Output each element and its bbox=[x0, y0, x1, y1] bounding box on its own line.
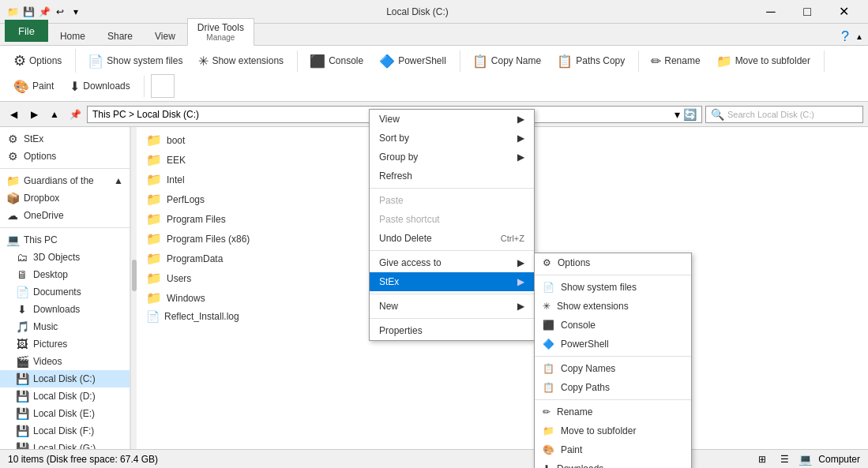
title-bar-icons: 📁 💾 📌 ↩ ▾ bbox=[6, 6, 82, 18]
ctx-new[interactable]: New ▶ bbox=[370, 297, 534, 316]
system-group: 📄 Show system files ✳ Show extensions bbox=[81, 51, 298, 72]
stex-group: ⚙ Options bbox=[6, 49, 76, 73]
sidebar-item-pictures[interactable]: 🖼 Pictures bbox=[0, 335, 130, 353]
sidebar-item-localc[interactable]: 💾 Local Disk (C:) bbox=[0, 370, 130, 388]
sidebar-item-guardians[interactable]: 📁 Guardians of the ▲ bbox=[0, 172, 130, 189]
address-dropdown[interactable]: ▾ bbox=[674, 108, 680, 121]
tab-file[interactable]: File bbox=[5, 20, 48, 42]
ctx-inner-show-extensions[interactable]: ✳ Show extensions bbox=[535, 297, 691, 316]
console-group: ⬛ Console 🔷 PowerShell bbox=[302, 51, 460, 72]
sidebar-item-label: This PC bbox=[24, 234, 58, 245]
console-button[interactable]: ⬛ Console bbox=[302, 51, 370, 72]
label: Console bbox=[561, 320, 596, 331]
ctx-inner-console[interactable]: ⬛ Console bbox=[535, 316, 691, 335]
address-refresh[interactable]: 🔄 bbox=[683, 108, 697, 121]
show-system-icon: 📄 bbox=[543, 282, 554, 293]
sidebar-item-desktop[interactable]: 🖥 Desktop bbox=[0, 266, 130, 283]
sidebar-item-3dobjects[interactable]: 🗂 3D Objects bbox=[0, 249, 130, 266]
ctx-sep-3 bbox=[370, 294, 534, 294]
search-box[interactable]: 🔍 Search Local Disk (C:) bbox=[705, 106, 863, 123]
minimize-button[interactable]: ─ bbox=[753, 0, 789, 24]
pc-icon: 💻 bbox=[6, 234, 19, 246]
dropdown-icon[interactable]: ▾ bbox=[70, 6, 82, 18]
show-extensions-button[interactable]: ✳ Show extensions bbox=[191, 51, 291, 72]
recent-locations[interactable]: 📌 bbox=[66, 106, 84, 123]
ribbon-collapse[interactable]: ▲ bbox=[855, 32, 863, 41]
sidebar-item-label: Local Disk (D:) bbox=[33, 391, 96, 402]
folder-icon: 📁 bbox=[146, 192, 162, 207]
sidebar-item-thispc[interactable]: 💻 This PC bbox=[0, 231, 130, 249]
move-subfolder-button[interactable]: 📁 Move to subfolder bbox=[709, 51, 817, 72]
ctx-stex[interactable]: StEx ▶ bbox=[370, 272, 534, 291]
title-bar: 📁 💾 📌 ↩ ▾ Local Disk (C:) ─ □ ✕ bbox=[0, 0, 868, 24]
maximize-button[interactable]: □ bbox=[789, 0, 825, 24]
sidebar-item-stex[interactable]: ⚙ StEx bbox=[0, 130, 130, 148]
ctx-undo-delete[interactable]: Undo Delete Ctrl+Z bbox=[370, 229, 534, 248]
view-list-button[interactable]: ☰ bbox=[776, 451, 792, 467]
view-icons-button[interactable]: ⊞ bbox=[754, 451, 770, 467]
forward-button[interactable]: ▶ bbox=[25, 106, 43, 123]
ctx-refresh[interactable]: Refresh bbox=[370, 167, 534, 185]
tab-home[interactable]: Home bbox=[50, 27, 96, 45]
ctx-view[interactable]: View ▶ bbox=[370, 110, 534, 129]
ctx-inner-move-subfolder[interactable]: 📁 Move to subfolder bbox=[535, 421, 691, 440]
options-button[interactable]: ⚙ Options bbox=[6, 49, 69, 73]
pin-icon[interactable]: 📌 bbox=[38, 6, 51, 18]
ctx-give-access[interactable]: Give access to ▶ bbox=[370, 253, 534, 272]
help-button[interactable]: ? bbox=[841, 28, 849, 45]
ctx-paste: Paste bbox=[370, 191, 534, 210]
ctx-inner-show-system[interactable]: 📄 Show system files bbox=[535, 278, 691, 297]
sidebar-item-options[interactable]: ⚙ Options bbox=[0, 148, 130, 165]
ctx-inner-copy-paths[interactable]: 📋 Copy Paths bbox=[535, 378, 691, 397]
sidebar-item-dropbox[interactable]: 📦 Dropbox bbox=[0, 189, 130, 207]
more-button[interactable] bbox=[151, 74, 175, 98]
ctx-inner-paint[interactable]: 🎨 Paint bbox=[535, 440, 691, 459]
sidebar-item-documents[interactable]: 📄 Documents bbox=[0, 283, 130, 301]
paint-button[interactable]: 🎨 Paint bbox=[6, 76, 61, 97]
ctx-group-by[interactable]: Group by ▶ bbox=[370, 148, 534, 167]
ctx-inner-rename[interactable]: ✏ Rename bbox=[535, 402, 691, 421]
ctx-sort-by[interactable]: Sort by ▶ bbox=[370, 129, 534, 148]
file-name: boot bbox=[167, 135, 185, 146]
ctx-inner-downloads[interactable]: ⬇ Downloads bbox=[535, 459, 691, 468]
ctx-inner-powershell[interactable]: 🔷 PowerShell bbox=[535, 335, 691, 354]
rename-button[interactable]: ✏ Rename bbox=[644, 51, 707, 72]
copy-names-icon: 📋 bbox=[543, 363, 554, 374]
copy-paths-button[interactable]: 📋 Paths Copy bbox=[550, 51, 632, 72]
label: PowerShell bbox=[561, 339, 609, 350]
close-button[interactable]: ✕ bbox=[825, 0, 862, 24]
copy-name-button[interactable]: 📋 Copy Name bbox=[465, 51, 548, 72]
downloads-icon: ⬇ bbox=[543, 463, 550, 468]
sidebar-item-music[interactable]: 🎵 Music bbox=[0, 318, 130, 335]
up-button[interactable]: ▲ bbox=[46, 106, 63, 123]
drive-c-icon: 💾 bbox=[16, 373, 28, 385]
tab-share[interactable]: Share bbox=[97, 27, 143, 45]
show-system-files-button[interactable]: 📄 Show system files bbox=[81, 51, 190, 72]
address-path: This PC > Local Disk (C:) bbox=[92, 109, 199, 120]
sidebar-item-onedrive[interactable]: ☁ OneDrive bbox=[0, 207, 130, 224]
sidebar-item-locald[interactable]: 💾 Local Disk (D:) bbox=[0, 388, 130, 405]
app-icon: 📁 bbox=[6, 6, 19, 18]
sidebar-scrollbar-handle[interactable] bbox=[132, 260, 137, 291]
file-name: Windows bbox=[167, 293, 205, 304]
sidebar-item-label: Guardians of the bbox=[24, 175, 94, 186]
powershell-button[interactable]: 🔷 PowerShell bbox=[372, 51, 453, 72]
sidebar-scrollbar[interactable] bbox=[130, 127, 137, 459]
tab-drive-tools[interactable]: Drive Tools Manage bbox=[187, 18, 254, 46]
tab-view[interactable]: View bbox=[145, 27, 186, 45]
downloads-button[interactable]: ⬇ Downloads bbox=[62, 76, 137, 97]
sidebar-item-locale[interactable]: 💾 Local Disk (E:) bbox=[0, 405, 130, 422]
sidebar-item-localf[interactable]: 💾 Local Disk (F:) bbox=[0, 422, 130, 440]
ctx-inner-options[interactable]: ⚙ Options bbox=[535, 253, 691, 272]
sidebar-item-downloads[interactable]: ⬇ Downloads bbox=[0, 301, 130, 318]
quick-access-icon[interactable]: 💾 bbox=[22, 6, 35, 18]
sidebar-item-videos[interactable]: 🎬 Videos bbox=[0, 353, 130, 370]
computer-icon: 💻 bbox=[798, 453, 812, 466]
desktop-icon: 🖥 bbox=[16, 268, 28, 281]
back-button[interactable]: ◀ bbox=[5, 106, 22, 123]
ctx-sep-1 bbox=[370, 188, 534, 189]
undo-icon[interactable]: ↩ bbox=[54, 6, 66, 18]
ctx-inner-copy-names[interactable]: 📋 Copy Names bbox=[535, 359, 691, 378]
stex-icon: ⚙ bbox=[6, 133, 19, 145]
ctx-properties[interactable]: Properties bbox=[370, 321, 534, 340]
